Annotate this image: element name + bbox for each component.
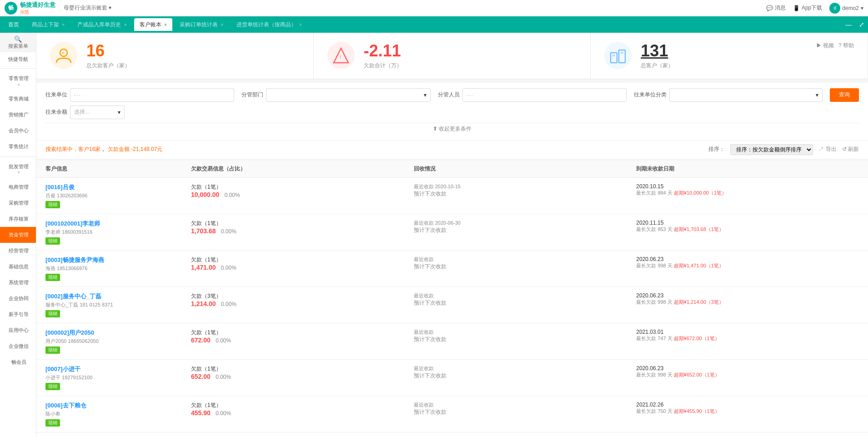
user-menu[interactable]: d demo2 ▾: [829, 3, 863, 14]
unit-class-select[interactable]: ▾: [669, 88, 823, 102]
tab-close-customer[interactable]: ×: [164, 22, 167, 27]
sidebar-item-business[interactable]: 经营管理: [0, 243, 36, 259]
due-info-4: 2021.03.01 最长欠款 747 天 超期¥672.00（1笔）: [636, 329, 859, 342]
help-icon: ?: [838, 42, 842, 49]
dept-select[interactable]: ▾: [266, 88, 430, 102]
export-btn[interactable]: ↗ 导出: [818, 146, 836, 153]
sort-select[interactable]: 排序：按欠款金额倒序排序: [730, 144, 813, 155]
sidebar-search[interactable]: 🔍 搜索菜单: [0, 33, 36, 52]
sidebar-item-enterprise-collab[interactable]: 企业协同: [0, 291, 36, 306]
overdue-link-6[interactable]: 超期¥455.90（1笔）: [674, 408, 720, 414]
svg-rect-6: [612, 55, 615, 56]
sidebar-item-system[interactable]: 系统管理: [0, 275, 36, 291]
remaining-select[interactable]: 选择... ▾: [70, 105, 125, 119]
stat-debt-customers-number: 16: [86, 42, 130, 60]
customer-name-6[interactable]: [0006]去下粮仓: [45, 402, 191, 410]
phone-icon: 📱: [793, 5, 800, 11]
sidebar-item-enterprise-wechat[interactable]: 企业微信: [0, 338, 36, 354]
customer-name-5[interactable]: [0007]小进干: [45, 365, 191, 373]
overdue-link-1[interactable]: 超期¥1,703.68（1笔）: [674, 226, 724, 232]
from-unit-input[interactable]: ···: [70, 88, 234, 102]
sidebar-item-retail-mgmt[interactable]: 零售管理 ▲: [0, 70, 36, 91]
sidebar-item-batch-mgmt[interactable]: 批发管理 ▼: [0, 159, 36, 179]
debt-info-5: 欠款（1笔） 652.00 0.00%: [191, 365, 414, 380]
due-info-6: 2021.02.26 最长欠款 750 天 超期¥455.90（1笔）: [636, 402, 859, 415]
filter-from-unit: 往来单位 ···: [45, 88, 234, 102]
tab-minimize-btn[interactable]: —: [843, 21, 853, 28]
search-btn[interactable]: 查询: [830, 88, 859, 102]
sidebar-quick-nav[interactable]: 快捷导航: [0, 52, 36, 66]
overdue-link-2[interactable]: 超期¥1,471.00（1笔）: [674, 263, 724, 268]
debt-info-4: 欠款（1笔） 672.00 0.00%: [191, 329, 414, 344]
sidebar-item-newbie[interactable]: 新手引导: [0, 306, 36, 322]
help-btn[interactable]: ? 帮助: [838, 42, 854, 50]
sidebar-item-app-center[interactable]: 应用中心: [0, 322, 36, 338]
overdue-link-5[interactable]: 超期¥652.00（1笔）: [674, 372, 720, 377]
app-download-btn[interactable]: 📱 App下载: [793, 4, 822, 12]
tab-bar-end: — ⤢: [843, 21, 866, 28]
customer-name-1[interactable]: [0001020001]李老师: [45, 220, 191, 228]
svg-rect-7: [621, 52, 623, 54]
overdue-link-3[interactable]: 超期¥1,214.00（3笔）: [674, 299, 724, 305]
sidebar-divider: [0, 68, 36, 69]
tab-customer-account[interactable]: 客户账本 ×: [134, 18, 172, 31]
tab-product-offshelf[interactable]: 商品上下架 ×: [26, 18, 70, 31]
tab-inbound-stats[interactable]: 进货单统计表（按商品） ×: [231, 18, 307, 31]
sidebar-item-marketing[interactable]: 营销推广: [0, 107, 36, 123]
sidebar-item-purchase[interactable]: 采购管理: [0, 195, 36, 211]
refresh-btn[interactable]: ↺ 刷新: [842, 146, 859, 153]
collapse-btn[interactable]: ⬆ 收起更多条件: [45, 123, 859, 135]
customer-name-2[interactable]: [0003]畅捷服务尹海燕: [45, 256, 191, 264]
tab-close-inbound[interactable]: ×: [299, 22, 302, 27]
stat-card-debt-total: ! -2.11 欠款合计（万）: [314, 33, 591, 79]
video-btn[interactable]: ▶ 视频: [816, 42, 834, 50]
sidebar-item-inventory[interactable]: 库存核算: [0, 211, 36, 227]
from-unit-label: 往来单位: [45, 91, 67, 99]
tab-bar: 首页 商品上下架 × 产成品入库单历史 × 客户账本 × 采购订单统计表 × 进…: [0, 16, 868, 33]
result-info: 搜索结果中，客户16家， 欠款金额 -21,148.07元 排序： 排序：按欠款…: [36, 140, 868, 159]
table-row: [0016]吕俊 吕俊 13026203696 现销 欠款（1笔） 10,000…: [36, 178, 868, 214]
tab-close-product[interactable]: ×: [62, 22, 65, 27]
svg-marker-2: [334, 48, 348, 63]
customer-name-3[interactable]: [0002]服务中心_丁磊: [45, 292, 191, 301]
customer-name-4[interactable]: [000002]用户2050: [45, 329, 191, 337]
customer-name-0[interactable]: [0016]吕俊: [45, 183, 191, 191]
sidebar-divider2: [0, 156, 36, 157]
sidebar-item-retail-stats[interactable]: 零售统计: [0, 139, 36, 155]
tab-home[interactable]: 首页: [3, 18, 25, 31]
tab-close-purchase[interactable]: ×: [221, 22, 223, 27]
tab-maximize-btn[interactable]: ⤢: [857, 21, 866, 28]
collect-info-2: 最近收款 预计下次收款: [414, 256, 637, 271]
stat-top-right: ▶ 视频 ? 帮助: [816, 42, 854, 50]
tab-produce-inbound[interactable]: 产成品入库单历史 ×: [72, 18, 132, 31]
table-row: [0003]畅捷服务尹海燕 海燕 18513066976 现销 欠款（1笔） 1…: [36, 251, 868, 287]
debt-info-2: 欠款（1笔） 1,471.00 0.00%: [191, 256, 414, 271]
filter-area: 往来单位 ··· 分管部门 ▾ 分管人员 ···: [36, 83, 868, 140]
sidebar-item-ecommerce[interactable]: 电商管理: [0, 179, 36, 195]
overdue-link-0[interactable]: 超期¥10,000.00（1笔）: [674, 190, 727, 196]
stat-icon-total: [604, 42, 632, 69]
customer-tag-0: 现销: [45, 201, 60, 208]
tab-close-produce[interactable]: ×: [124, 22, 126, 27]
tab-purchase-order[interactable]: 采购订单统计表 ×: [174, 18, 229, 31]
table-container: 客户信息 欠款交易信息（占比） 回收情况 到期未收款日期 [0016]吕俊 吕俊…: [36, 161, 868, 437]
customer-info-2: [0003]畅捷服务尹海燕 海燕 18513066976 现销: [45, 256, 191, 281]
overdue-link-4[interactable]: 超期¥672.00（1笔）: [674, 336, 720, 341]
col-header-customer: 客户信息: [45, 165, 191, 173]
table-header: 客户信息 欠款交易信息（占比） 回收情况 到期未收款日期: [36, 161, 868, 178]
person-input[interactable]: ···: [462, 88, 627, 102]
message-btn[interactable]: 💬 消息: [766, 4, 786, 12]
filter-person: 分管人员 ···: [438, 88, 627, 102]
customer-contact-6: 陈小希: [45, 411, 191, 417]
table-row: [000001]黄思源 黄思源 13552700226 现销 欠款（1笔） 42…: [36, 432, 868, 437]
sidebar-item-vip[interactable]: 畅会员: [0, 354, 36, 370]
sidebar-item-basic[interactable]: 基础信息: [0, 259, 36, 275]
customer-info-4: [000002]用户2050 用户2050 18665062050 现销: [45, 329, 191, 354]
filter-remaining: 往来余额 选择... ▾: [45, 105, 859, 119]
store-selector[interactable]: 母婴行业演示账套 ▾: [64, 4, 111, 12]
sidebar-item-member[interactable]: 会员中心: [0, 123, 36, 139]
sidebar-item-finance[interactable]: 资金管理: [0, 227, 36, 243]
customer-info-5: [0007]小进干 小进干 18279152100 现销: [45, 365, 191, 390]
sidebar-item-retail-store[interactable]: 零售商城: [0, 91, 36, 107]
due-info-1: 2020.11.15 最长欠款 853 天 超期¥1,703.68（1笔）: [636, 220, 859, 233]
